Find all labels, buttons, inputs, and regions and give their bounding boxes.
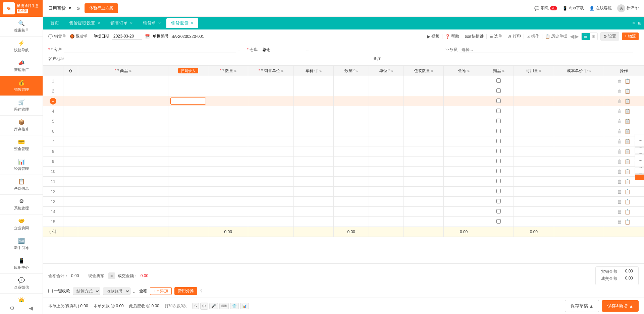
- delete-row-9-icon[interactable]: 🗑: [617, 159, 622, 164]
- right-tool-1[interactable]: 审核: [635, 141, 644, 147]
- cell-1-gift[interactable]: [484, 76, 514, 86]
- tab-0[interactable]: 首页: [46, 18, 64, 28]
- copy-row-13-icon[interactable]: 📋: [625, 199, 630, 204]
- app-download-button[interactable]: 📱 App下载: [562, 5, 584, 11]
- next-arrow-icon[interactable]: ▶: [575, 33, 579, 40]
- right-tool-3[interactable]: 附件: [635, 154, 644, 160]
- col-sort-available[interactable]: ⇅: [539, 69, 541, 73]
- tab-close-window-icon[interactable]: ✕: [632, 21, 635, 25]
- account-select[interactable]: 收款账号: [103, 288, 130, 295]
- delete-row-13-icon[interactable]: 🗑: [617, 199, 622, 204]
- col-sort-amount[interactable]: ⇅: [467, 69, 470, 73]
- date-input[interactable]: [112, 33, 142, 40]
- scan-input-button[interactable]: 扫码录入: [178, 68, 198, 73]
- copy-row-4-icon[interactable]: 📋: [625, 109, 630, 114]
- add-logistics-button[interactable]: + 物流: [622, 33, 639, 40]
- sidebar-item-9[interactable]: ⚙系统管理: [0, 195, 43, 214]
- grid-view-button[interactable]: ⊞: [590, 33, 597, 40]
- delete-row-4-icon[interactable]: 🗑: [617, 109, 622, 114]
- salesperson-dots[interactable]: ...: [635, 48, 639, 52]
- return-doc-radio[interactable]: 退货单: [70, 34, 88, 39]
- gift-checkbox-10[interactable]: [496, 169, 501, 173]
- delete-row-15-icon[interactable]: 🗑: [617, 219, 622, 225]
- col-sort-gift[interactable]: ⇅: [502, 69, 504, 73]
- online-service-button[interactable]: 👤 在线客服: [589, 5, 612, 11]
- gift-checkbox-5[interactable]: [496, 119, 501, 123]
- operation-button[interactable]: ☑ 操作: [527, 34, 539, 39]
- warehouse-dots[interactable]: ...: [306, 48, 309, 52]
- sidebar-item-6[interactable]: 💳资金管理: [0, 135, 43, 155]
- scan-input-field-3[interactable]: [170, 98, 206, 105]
- col-sort-sales_unit[interactable]: ⇅: [281, 69, 283, 73]
- cell-14-gift[interactable]: [484, 207, 514, 217]
- address-input[interactable]: [66, 56, 335, 62]
- copy-row-5-icon[interactable]: 📋: [625, 119, 630, 124]
- customer-input[interactable]: [64, 47, 236, 53]
- tab-close-1[interactable]: ✕: [97, 21, 100, 25]
- gift-checkbox-6[interactable]: [496, 129, 501, 133]
- message-button[interactable]: 💬 消息 70: [534, 5, 557, 11]
- tab-close-2[interactable]: ✕: [130, 21, 133, 25]
- delete-row-1-icon[interactable]: 🗑: [617, 78, 622, 84]
- right-tool-4[interactable]: 收藏: [635, 161, 644, 167]
- cell-11-gift[interactable]: [484, 177, 514, 187]
- add-payment-button[interactable]: + + 添加: [150, 287, 172, 295]
- sidebar-item-8[interactable]: 📋基础信息: [0, 175, 43, 195]
- col-settings-gear-icon[interactable]: ⚙: [69, 69, 72, 73]
- right-tool-2[interactable]: 日志: [635, 147, 644, 153]
- gift-checkbox-13[interactable]: [496, 199, 501, 203]
- sidebar-collapse-icon[interactable]: ◀: [29, 305, 33, 311]
- one-click-payment-checkbox[interactable]: [48, 289, 53, 293]
- prev-arrow-icon[interactable]: ◀: [570, 33, 574, 40]
- salesperson-input[interactable]: [460, 47, 633, 53]
- save-draft-button[interactable]: 保存草稿 ▲: [565, 300, 599, 312]
- select-button[interactable]: ☰ 选单: [489, 34, 502, 39]
- cell-7-gift[interactable]: [484, 136, 514, 146]
- sidebar-item-12[interactable]: 📱应用中心: [0, 254, 43, 274]
- save-new-button[interactable]: 保存&新增 ▲: [602, 300, 639, 312]
- sidebar-item-7[interactable]: 📊经营管理: [0, 155, 43, 175]
- user-profile[interactable]: 头 徐泽华: [617, 4, 639, 12]
- calculate-button[interactable]: =: [108, 272, 115, 279]
- copy-row-1-icon[interactable]: 📋: [625, 78, 630, 84]
- sidebar-item-1[interactable]: ⚡快捷导航: [0, 37, 43, 56]
- tab-2[interactable]: 销售订单✕: [106, 18, 138, 28]
- gift-checkbox-8[interactable]: [496, 149, 501, 153]
- sidebar-item-2[interactable]: 📣营销推广: [0, 56, 43, 76]
- sales-doc-radio[interactable]: 销货单: [48, 34, 66, 39]
- gift-checkbox-14[interactable]: [496, 209, 501, 213]
- copy-row-15-icon[interactable]: 📋: [625, 219, 630, 225]
- video-button[interactable]: ▶ 视频: [427, 34, 439, 39]
- cell-9-gift[interactable]: [484, 156, 514, 167]
- cell-10-gift[interactable]: [484, 167, 514, 177]
- sidebar-settings-icon[interactable]: ⚙: [10, 305, 14, 311]
- cell-13-gift[interactable]: [484, 197, 514, 207]
- col-sort-quantity[interactable]: ⇅: [234, 69, 236, 73]
- trial-button[interactable]: 体验行业方案: [85, 3, 118, 13]
- tab-close-3[interactable]: ✕: [158, 21, 161, 25]
- delete-row-12-icon[interactable]: 🗑: [617, 189, 622, 194]
- tab-close-4[interactable]: ✕: [191, 21, 194, 25]
- copy-row-8-icon[interactable]: 📋: [625, 149, 630, 154]
- tab-maximize-icon[interactable]: ⊞: [638, 21, 641, 25]
- right-tool-5[interactable]: 推送: [635, 168, 644, 174]
- copy-row-6-icon[interactable]: 📋: [625, 129, 630, 134]
- gift-checkbox-1[interactable]: [496, 78, 501, 83]
- gift-checkbox-3[interactable]: [496, 99, 501, 103]
- gift-checkbox-4[interactable]: [496, 109, 501, 113]
- fee-help-icon[interactable]: ?: [200, 289, 202, 294]
- delete-row-7-icon[interactable]: 🗑: [617, 139, 622, 144]
- delete-row-8-icon[interactable]: 🗑: [617, 149, 622, 154]
- sidebar-item-5[interactable]: 📦库存核算: [0, 116, 43, 135]
- copy-row-12-icon[interactable]: 📋: [625, 189, 630, 194]
- address-dots[interactable]: ...: [337, 57, 341, 61]
- one-click-payment[interactable]: 一键收款: [48, 288, 70, 294]
- cell-8-gift[interactable]: [484, 146, 514, 156]
- print-button[interactable]: 🖨 打印: [508, 34, 521, 39]
- delete-row-14-icon[interactable]: 🗑: [617, 209, 622, 214]
- cell-5-gift[interactable]: [484, 116, 514, 126]
- settings-button[interactable]: ⚙ 设置: [600, 32, 619, 41]
- gift-checkbox-11[interactable]: [496, 179, 501, 183]
- sidebar-item-4[interactable]: 🛒采购管理: [0, 96, 43, 116]
- delete-row-10-icon[interactable]: 🗑: [617, 169, 622, 174]
